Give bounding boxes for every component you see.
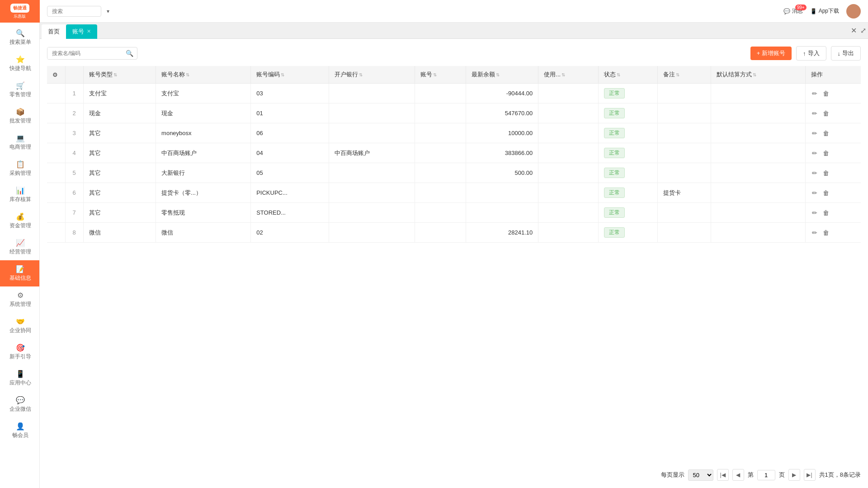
- sidebar-item-shortcut-nav[interactable]: ⭐快捷导航: [0, 51, 39, 77]
- tab-expand[interactable]: ⤢: [860, 26, 866, 35]
- sidebar-item-search-menu[interactable]: 🔍搜索菜单: [0, 24, 39, 51]
- cell-default-payment: [711, 103, 806, 123]
- cell-settings: [47, 183, 65, 203]
- edit-button[interactable]: ✏: [811, 188, 818, 197]
- delete-button[interactable]: 🗑: [822, 208, 830, 217]
- col-settings[interactable]: ⚙: [47, 66, 65, 84]
- action-cell: ✏ 🗑: [811, 188, 855, 197]
- cell-bank: [329, 163, 415, 183]
- app-icon: 📱: [810, 8, 817, 14]
- message-button[interactable]: 💬 消息 99+: [783, 7, 803, 15]
- header-dropdown[interactable]: ▾: [107, 8, 109, 14]
- cell-settings: [47, 223, 65, 243]
- cell-code: 04: [251, 143, 329, 163]
- search-input[interactable]: [47, 47, 122, 59]
- delete-button[interactable]: 🗑: [822, 129, 830, 138]
- cell-name: 支付宝: [156, 84, 251, 103]
- page-next-button[interactable]: ▶: [788, 469, 800, 481]
- table-header-row: ⚙ 账号类型⇅ 账号名称⇅ 账号编码⇅ 开户银行⇅ 账号⇅ 最新余额⇅ 使用..…: [47, 66, 861, 84]
- cell-name: moneybosx: [156, 123, 251, 143]
- cell-code: 06: [251, 123, 329, 143]
- delete-button[interactable]: 🗑: [822, 89, 830, 98]
- sidebar-item-inventory-calc[interactable]: 📊库存核算: [0, 182, 39, 208]
- page-prev-button[interactable]: ◀: [732, 469, 744, 481]
- table-container: ⚙ 账号类型⇅ 账号名称⇅ 账号编码⇅ 开户银行⇅ 账号⇅ 最新余额⇅ 使用..…: [47, 66, 861, 464]
- delete-button[interactable]: 🗑: [822, 149, 830, 158]
- page-last-button[interactable]: ▶|: [804, 469, 816, 481]
- page-size-select[interactable]: 50 100 200: [688, 469, 713, 481]
- sidebar-icon-retail-mgmt: 🛒: [16, 81, 25, 90]
- page-input[interactable]: [757, 470, 775, 480]
- sidebar-label-purchase-mgmt: 采购管理: [9, 169, 31, 177]
- sidebar-item-beginner-guide[interactable]: 🎯新手引导: [0, 339, 39, 365]
- edit-button[interactable]: ✏: [811, 228, 818, 237]
- cell-bank: [329, 123, 415, 143]
- tab-close-all[interactable]: ✕: [851, 26, 857, 35]
- sidebar-item-app-center[interactable]: 📱应用中心: [0, 365, 39, 391]
- cell-index: 2: [65, 103, 83, 123]
- page-first-button[interactable]: |◀: [717, 469, 729, 481]
- cell-name: 提货卡（零...）: [156, 183, 251, 203]
- page-label: 第: [748, 471, 754, 479]
- cell-code: 03: [251, 84, 329, 103]
- tab-home[interactable]: 首页: [42, 24, 66, 39]
- col-balance: 最新余额⇅: [466, 66, 538, 84]
- action-cell: ✏ 🗑: [811, 169, 855, 178]
- sidebar-item-purchase-mgmt[interactable]: 📋采购管理: [0, 155, 39, 182]
- cell-type: 其它: [83, 183, 156, 203]
- cell-balance: [466, 203, 538, 223]
- sidebar-item-wholesale-mgmt[interactable]: 📦批发管理: [0, 103, 39, 129]
- cell-bank: [329, 103, 415, 123]
- add-account-button[interactable]: + 新增账号: [750, 47, 792, 60]
- sidebar-label-shortcut-nav: 快捷导航: [9, 65, 31, 72]
- edit-button[interactable]: ✏: [811, 109, 818, 118]
- app-download-button[interactable]: 📱 App下载: [810, 7, 839, 15]
- action-cell: ✏ 🗑: [811, 228, 855, 237]
- cell-actions: ✏ 🗑: [805, 84, 861, 103]
- header-left: ▾: [47, 6, 109, 17]
- page-size-label: 每页显示: [661, 471, 684, 479]
- delete-button[interactable]: 🗑: [822, 109, 830, 118]
- cell-status: 正常: [598, 143, 657, 163]
- sidebar-item-retail-mgmt[interactable]: 🛒零售管理: [0, 77, 39, 103]
- sidebar-item-capital-mgmt[interactable]: 💰资金管理: [0, 208, 39, 234]
- col-code: 账号编码⇅: [251, 66, 329, 84]
- sidebar-item-member[interactable]: 👤畅会员: [0, 418, 39, 444]
- sidebar-label-ecommerce-mgmt: 电商管理: [9, 143, 31, 151]
- cell-index: 4: [65, 143, 83, 163]
- edit-button[interactable]: ✏: [811, 149, 818, 158]
- sidebar-item-enterprise-wechat[interactable]: 💬企业微信: [0, 391, 39, 418]
- sidebar-item-business-mgmt[interactable]: 📈经营管理: [0, 234, 39, 260]
- tab-bar: 首页 账号 ✕ ✕ ⤢: [40, 23, 868, 39]
- cell-default-payment: [711, 84, 806, 103]
- sidebar-icon-enterprise-agreement: 🤝: [16, 317, 25, 326]
- cell-account: [415, 143, 466, 163]
- cell-settings: [47, 203, 65, 223]
- sidebar-item-ecommerce-mgmt[interactable]: 💻电商管理: [0, 129, 39, 155]
- cell-note: [657, 223, 711, 243]
- cell-index: 6: [65, 183, 83, 203]
- tab-account[interactable]: 账号 ✕: [66, 24, 97, 39]
- total-label: 共1页，8条记录: [819, 471, 861, 479]
- sidebar-item-system-mgmt[interactable]: ⚙系统管理: [0, 286, 39, 313]
- edit-button[interactable]: ✏: [811, 89, 818, 98]
- import-button[interactable]: ↑ 导入: [796, 46, 826, 61]
- delete-button[interactable]: 🗑: [822, 169, 830, 178]
- sidebar-item-basic-info[interactable]: 📝基础信息: [0, 260, 39, 286]
- delete-button[interactable]: 🗑: [822, 228, 830, 237]
- delete-button[interactable]: 🗑: [822, 188, 830, 197]
- edit-button[interactable]: ✏: [811, 129, 818, 138]
- sidebar-label-app-center: 应用中心: [9, 379, 31, 387]
- header-search-input[interactable]: [47, 6, 101, 17]
- export-button[interactable]: ↓ 导出: [831, 46, 861, 61]
- user-avatar[interactable]: [846, 4, 861, 19]
- edit-button[interactable]: ✏: [811, 169, 818, 178]
- search-button[interactable]: 🔍: [122, 50, 137, 57]
- sidebar-icon-app-center: 📱: [16, 370, 25, 378]
- edit-button[interactable]: ✏: [811, 208, 818, 217]
- cell-type: 其它: [83, 123, 156, 143]
- sidebar-item-enterprise-agreement[interactable]: 🤝企业协同: [0, 313, 39, 339]
- tab-account-close[interactable]: ✕: [87, 28, 91, 34]
- tab-account-label: 账号: [72, 28, 84, 36]
- search-box: 🔍: [47, 47, 137, 60]
